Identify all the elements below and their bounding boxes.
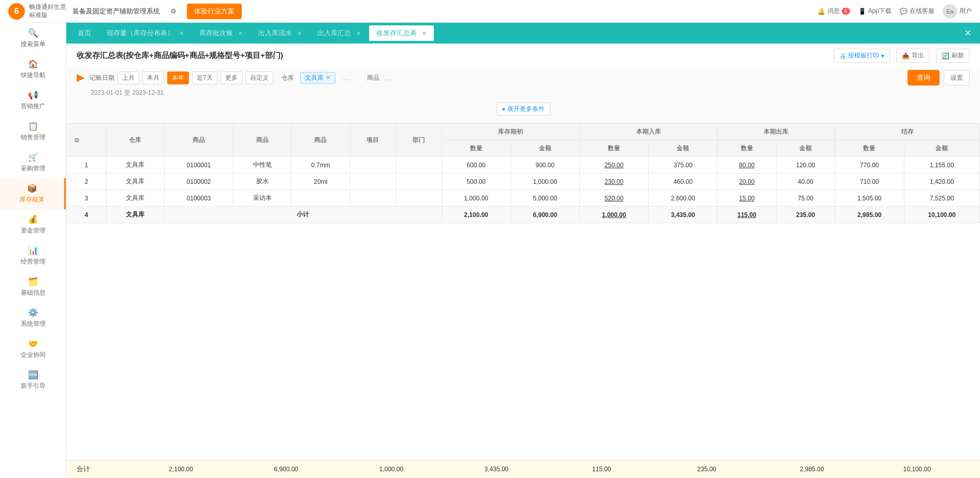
warehouse-more-button[interactable]: ...	[342, 74, 350, 82]
user-action[interactable]: Ea 用户	[943, 4, 972, 19]
query-button[interactable]: 查询	[908, 70, 940, 85]
row-in-qty[interactable]: 230.00	[579, 173, 648, 190]
tab-recv-send-summary[interactable]: 收发存汇总表 ✕	[369, 25, 434, 41]
row-out-qty[interactable]: 80.00	[718, 157, 777, 173]
tab-stock-dist[interactable]: 现存量（库存分布表） ✕	[99, 25, 191, 41]
col-group-closing-header: 结存	[835, 124, 980, 140]
expand-filter-button[interactable]: ▾ 展开更多条件	[496, 103, 550, 115]
row-in-amt: 375.00	[649, 157, 718, 173]
tab-close-recv-send-summary[interactable]: ✕	[422, 30, 427, 37]
row-in-qty[interactable]: 520.00	[579, 190, 648, 207]
finance-icon: 💰	[28, 214, 38, 224]
sidebar-item-search[interactable]: 🔍 搜索菜单	[0, 23, 66, 54]
online-service-action[interactable]: 💬 在线客服	[900, 7, 934, 16]
table-row: 1 文具库 0100001 中性笔 0.7mm 600.00 900.00 25…	[67, 157, 980, 173]
footer-out-qty: 115.00	[549, 466, 654, 473]
home-icon: 🏠	[28, 59, 38, 69]
tab-home[interactable]: 首页	[70, 25, 98, 41]
subtotal-label: 小计	[164, 207, 442, 223]
tab-close-in-out-summary[interactable]: ✕	[356, 30, 361, 37]
basic-icon: 🗂️	[28, 277, 38, 286]
row-goods-name: 胶水	[233, 173, 291, 190]
experience-button[interactable]: 体验行业方案	[187, 4, 242, 19]
date-btn-this-year[interactable]: 本年	[167, 71, 189, 84]
subtotal-row: 4 文具库 小计 2,100.00 6,900.00 1,000.00 3,43…	[67, 207, 980, 223]
date-btn-more[interactable]: 更多	[221, 71, 242, 84]
sidebar-item-basic[interactable]: 🗂️ 基础信息	[0, 271, 66, 302]
row-close-qty: 1,505.00	[835, 190, 904, 207]
warehouse-tag[interactable]: 文具库 ✕	[300, 72, 335, 84]
subtotal-out-qty[interactable]: 115.00	[718, 207, 777, 223]
print-button[interactable]: 🖨 按模板打印 ▾	[834, 49, 890, 63]
tab-close-batch-ledger[interactable]: ✕	[238, 30, 243, 37]
tab-in-out-flow[interactable]: 出入库流水 ✕	[251, 25, 309, 41]
row-open-amt: 1,000.00	[510, 173, 579, 190]
table-area: ⚙ 仓库 商品 商品 商品 项目 部门 库存期初 本期入库 本期出库	[66, 123, 980, 254]
date-range-display: 2023-01-01 至 2023-12-31	[91, 89, 970, 97]
notification-action[interactable]: 🔔 消息 6	[817, 7, 850, 16]
sidebar-item-sales[interactable]: 📋 销售管理	[0, 116, 66, 147]
sidebar-item-purchase[interactable]: 🛒 采购管理	[0, 147, 66, 178]
row-close-qty: 710.00	[835, 173, 904, 190]
sidebar-item-operation[interactable]: 📊 经营管理	[0, 240, 66, 271]
row-in-qty[interactable]: 250.00	[579, 157, 648, 173]
print-icon: 🖨	[840, 52, 846, 60]
warehouse-tag-close-icon[interactable]: ✕	[326, 74, 331, 81]
row-goods-name: 中性笔	[233, 157, 291, 173]
goods-label: 商品	[367, 74, 379, 82]
col-group-in-header: 本期入库	[579, 124, 717, 140]
sidebar-item-finance[interactable]: 💰 资金管理	[0, 209, 66, 240]
row-warehouse: 文具库	[106, 157, 164, 173]
sidebar-item-guide[interactable]: 🆕 新手引导	[0, 365, 66, 396]
row-dept	[396, 190, 442, 207]
app-download-action[interactable]: 📱 App下载	[858, 7, 891, 16]
refresh-button[interactable]: 🔄 刷新	[936, 49, 970, 63]
subtotal-in-qty[interactable]: 1,000.00	[579, 207, 648, 223]
subtotal-seq: 4	[67, 207, 107, 223]
date-btn-this-month[interactable]: 本月	[142, 71, 164, 84]
row-goods-code: 0100003	[164, 190, 233, 207]
sidebar-item-system[interactable]: ⚙️ 系统管理	[0, 302, 66, 334]
operation-icon: 📊	[28, 245, 38, 255]
table-row: 3 文具库 0100003 采访本 1,000.00 5,000.00 520.…	[67, 190, 980, 207]
main-content: 收发存汇总表(按仓库+商品编码+商品+规格型号+项目+部门) 🖨 按模板打印 ▾…	[66, 44, 980, 478]
gear-icon[interactable]: ⚙	[166, 4, 181, 19]
export-button[interactable]: 📤 导出	[896, 49, 930, 63]
row-close-amt: 7,525.00	[904, 190, 979, 207]
sidebar-item-enterprise[interactable]: 🤝 企业协同	[0, 334, 66, 365]
col-settings-header[interactable]: ⚙	[67, 124, 107, 157]
tab-close-in-out-flow[interactable]: ✕	[297, 30, 302, 37]
export-icon: 📤	[902, 52, 910, 60]
goods-more-button[interactable]: ...	[386, 74, 394, 82]
row-out-qty[interactable]: 20.00	[718, 173, 777, 190]
tab-bar: 首页 现存量（库存分布表） ✕ 库存批次账 ✕ 出入库流水 ✕ 出入库汇总 ✕	[66, 23, 980, 44]
row-out-amt: 120.00	[776, 157, 835, 173]
logo-area: 6 畅捷通好生意 标准版	[8, 3, 66, 20]
tab-close-stock-dist[interactable]: ✕	[179, 30, 184, 37]
sidebar-item-inventory[interactable]: 📦 库存核算	[0, 178, 66, 209]
setting-button[interactable]: 设置	[944, 70, 970, 85]
sidebar-item-quick-nav[interactable]: 🏠 快捷导航	[0, 54, 66, 85]
purchase-icon: 🛒	[28, 152, 38, 162]
close-all-tabs-button[interactable]: ✕	[960, 27, 976, 39]
date-btn-last-month[interactable]: 上月	[118, 71, 139, 84]
tab-in-out-summary[interactable]: 出入库汇总 ✕	[310, 25, 368, 41]
row-warehouse: 文具库	[106, 173, 164, 190]
row-out-amt: 40.00	[776, 173, 835, 190]
row-out-qty[interactable]: 15.00	[718, 190, 777, 207]
date-btn-7days[interactable]: 近7天	[192, 71, 217, 84]
sidebar-item-marketing[interactable]: 📢 营销推广	[0, 85, 66, 116]
filter-area: ▶ 记账日期 上月 本月 本年 近7天 更多 自定义	[66, 68, 980, 123]
inventory-icon: 📦	[27, 183, 37, 193]
col-out-qty-header: 数量	[718, 140, 777, 157]
date-btn-custom[interactable]: 自定义	[245, 71, 273, 84]
row-close-amt: 1,155.00	[904, 157, 979, 173]
row-project	[350, 173, 396, 190]
row-goods-code: 0100001	[164, 157, 233, 173]
footer-out-amt: 235.00	[654, 466, 759, 473]
filter-arrow-icon[interactable]: ▶	[77, 70, 84, 83]
col-group-out-header: 本期出库	[718, 124, 835, 140]
tab-batch-ledger[interactable]: 库存批次账 ✕	[192, 25, 250, 41]
page-title: 收发存汇总表(按仓库+商品编码+商品+规格型号+项目+部门)	[77, 51, 283, 61]
footer-in-qty: 1,000.00	[339, 466, 444, 473]
